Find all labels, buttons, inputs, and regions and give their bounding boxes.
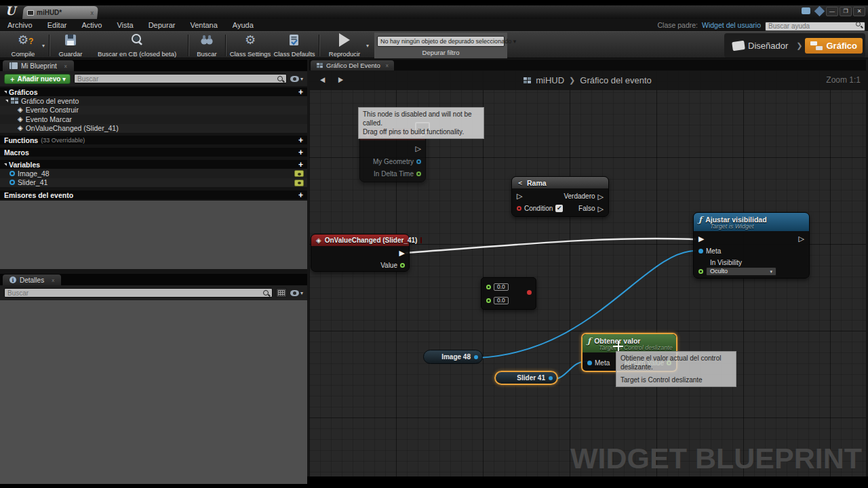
variable-visibility-eye-icon[interactable] bbox=[294, 170, 304, 177]
node-rama[interactable]: ＜ Rama ▷ Condition ✔ ▷ Verdadero ▷ Fa bbox=[511, 176, 609, 217]
breadcrumb-current[interactable]: Gráfico del evento bbox=[580, 75, 652, 85]
class-settings-button[interactable]: ⚙ Class Settings bbox=[229, 33, 271, 58]
tree-item-event-graph[interactable]: Gráfico del evento bbox=[0, 96, 307, 106]
details-search-input[interactable] bbox=[4, 288, 273, 298]
save-button[interactable]: Guardar bbox=[53, 33, 88, 58]
menu-ayuda[interactable]: Ayuda bbox=[225, 21, 261, 29]
breadcrumb-chevron-icon: ❯ bbox=[569, 76, 575, 85]
my-blueprint-tab[interactable]: Mi Blueprint x bbox=[3, 60, 74, 71]
menu-depurar[interactable]: Depurar bbox=[141, 21, 183, 29]
my-blueprint-search-input[interactable] bbox=[74, 74, 287, 83]
search-button[interactable]: Buscar bbox=[192, 33, 222, 58]
breadcrumb-root[interactable]: miHUD bbox=[536, 75, 564, 85]
tree-item-variable-slider41[interactable]: Slider_41 bbox=[0, 178, 307, 188]
tree-item-onvaluechanged[interactable]: ◈ OnValueChanged (Slider_41) bbox=[0, 124, 307, 134]
pin-condition[interactable]: Condition ✔ bbox=[517, 205, 563, 212]
compare-output-pin[interactable] bbox=[527, 290, 532, 295]
graph-canvas[interactable]: This node is disabled and will not be ca… bbox=[309, 70, 866, 476]
exec-out-pin[interactable]: ▷ bbox=[416, 145, 421, 152]
main-toolbar: ⚙? Compile ▾ Guardar Buscar en CB (close… bbox=[0, 31, 868, 58]
compare-input-b[interactable]: 0.0 bbox=[486, 297, 509, 304]
node-ajustar-visibilidad[interactable]: ƒ Ajustar visibilidad Target is Widget ▶… bbox=[693, 212, 810, 279]
class-defaults-button[interactable]: Class Defaults bbox=[273, 33, 316, 58]
tab-close-icon[interactable]: x bbox=[52, 277, 54, 283]
exec-out-pin[interactable]: ▶ bbox=[399, 249, 405, 256]
float-pin-icon bbox=[486, 285, 491, 289]
tab-close-icon[interactable]: x bbox=[386, 62, 389, 68]
tree-item-event-tick[interactable]: ◈ Evento Marcar bbox=[0, 115, 307, 124]
play-options-caret-icon[interactable]: ▾ bbox=[366, 43, 369, 49]
section-functions[interactable]: Functions (33 Overridable) + bbox=[0, 136, 307, 144]
add-new-button[interactable]: ＋ Añadir nuevo ▾ bbox=[4, 74, 71, 84]
play-button[interactable]: Reproducir bbox=[324, 33, 365, 58]
pin-in-visibility[interactable]: Oculto ▾ bbox=[698, 267, 776, 276]
window-close-button[interactable]: ✕ bbox=[853, 7, 865, 16]
asset-tab-mihud[interactable]: miHUD* x bbox=[22, 6, 98, 19]
compare-input-a[interactable]: 0.0 bbox=[486, 283, 509, 291]
pin-falso[interactable]: ▷ Falso bbox=[578, 205, 604, 212]
property-matrix-icon[interactable] bbox=[276, 288, 287, 298]
section-graphs[interactable]: Gráficos + bbox=[0, 87, 307, 96]
pin-value[interactable]: Value bbox=[380, 262, 405, 269]
toolbar-separator bbox=[319, 35, 319, 56]
exec-in-pin[interactable]: ▶ bbox=[698, 235, 704, 242]
section-macros[interactable]: Macros + bbox=[0, 148, 307, 157]
move-cursor-icon bbox=[613, 341, 623, 351]
feedback-bubble-icon[interactable] bbox=[802, 7, 810, 14]
exec-out-pin[interactable]: ▷ bbox=[799, 235, 804, 242]
tree-item-variable-image48[interactable]: Image_48 bbox=[0, 169, 307, 178]
pin-meta[interactable]: Meta bbox=[698, 247, 721, 255]
details-tab[interactable]: i Detalles x bbox=[3, 274, 61, 285]
tab-close-icon[interactable]: x bbox=[64, 63, 67, 69]
pin-verdadero[interactable]: ▷ Verdadero bbox=[564, 192, 604, 200]
menu-ventana[interactable]: Ventana bbox=[182, 21, 224, 29]
pin-meta[interactable]: Meta bbox=[587, 359, 610, 367]
compile-options-caret-icon[interactable]: ▾ bbox=[42, 43, 45, 49]
nav-back-icon[interactable]: ⯇ bbox=[319, 75, 327, 87]
asset-tab-close-icon[interactable]: x bbox=[91, 9, 94, 16]
pin-my-geometry[interactable]: My Geometry bbox=[373, 158, 421, 165]
graph-doc-tab[interactable]: Gráfico Del Evento x bbox=[311, 60, 394, 70]
menu-editar[interactable]: Editar bbox=[40, 21, 75, 29]
section-event-dispatchers[interactable]: Emisores del evento + bbox=[0, 190, 307, 199]
details-filter-dropdown[interactable]: ▾ bbox=[290, 290, 303, 296]
value-field-b[interactable]: 0.0 bbox=[494, 297, 509, 304]
window-maximize-button[interactable]: ❐ bbox=[840, 7, 852, 16]
help-search-input[interactable] bbox=[765, 22, 865, 31]
toolbar-separator bbox=[49, 35, 50, 56]
tree-item-event-construct[interactable]: ◈ Evento Construir bbox=[0, 106, 307, 115]
visibility-filter-dropdown[interactable]: ▾ bbox=[290, 76, 303, 82]
exec-pin-icon: ▷ bbox=[517, 192, 522, 199]
marketplace-cube-icon[interactable] bbox=[814, 6, 825, 17]
add-variable-button[interactable]: + bbox=[298, 161, 303, 168]
section-variables[interactable]: Variables + bbox=[0, 160, 307, 169]
mode-separator-chevron-icon: ❯ bbox=[796, 41, 802, 50]
nav-forward-icon[interactable]: ⯈ bbox=[336, 75, 344, 87]
window-minimize-button[interactable]: — bbox=[826, 7, 838, 16]
add-dispatcher-button[interactable]: + bbox=[298, 192, 303, 199]
visibility-select[interactable]: Oculto ▾ bbox=[706, 267, 776, 276]
find-in-cb-button[interactable]: Buscar en CB (closed beta) bbox=[90, 33, 184, 58]
menu-archivo[interactable]: Archivo bbox=[0, 21, 40, 29]
book-icon bbox=[9, 60, 18, 72]
debug-object-dropdown[interactable]: No hay ningún objeto de depurado selecci… bbox=[377, 36, 505, 47]
compile-button[interactable]: ⚙? Compile bbox=[4, 33, 42, 58]
condition-checkbox[interactable]: ✔ bbox=[555, 205, 563, 212]
add-function-button[interactable]: + bbox=[298, 137, 303, 144]
parent-class-link[interactable]: Widget del usuario bbox=[702, 21, 761, 29]
node-compare[interactable]: 0.0 0.0 bbox=[481, 277, 536, 310]
graph-mode-button[interactable]: Gráfico bbox=[805, 38, 863, 54]
value-field-a[interactable]: 0.0 bbox=[494, 283, 509, 291]
menu-activo[interactable]: Activo bbox=[74, 21, 109, 29]
menu-vista[interactable]: Vista bbox=[109, 21, 140, 29]
class-settings-gear-icon: ⚙ bbox=[245, 33, 256, 48]
node-getter-slider41[interactable]: Slider 41 bbox=[494, 371, 558, 385]
node-getter-image48[interactable]: Image 48 bbox=[423, 350, 483, 364]
variable-visibility-eye-icon[interactable] bbox=[294, 180, 304, 186]
node-onvaluechanged[interactable]: ◈ OnValueChanged (Slider_41) ▶ Value bbox=[311, 234, 410, 272]
exec-in-pin[interactable]: ▷ bbox=[517, 192, 522, 199]
add-graph-button[interactable]: + bbox=[298, 89, 303, 96]
pin-in-delta-time[interactable]: In Delta Time bbox=[374, 170, 421, 178]
designer-mode-button[interactable]: Diseñador bbox=[727, 38, 793, 54]
add-macro-button[interactable]: + bbox=[298, 149, 303, 156]
